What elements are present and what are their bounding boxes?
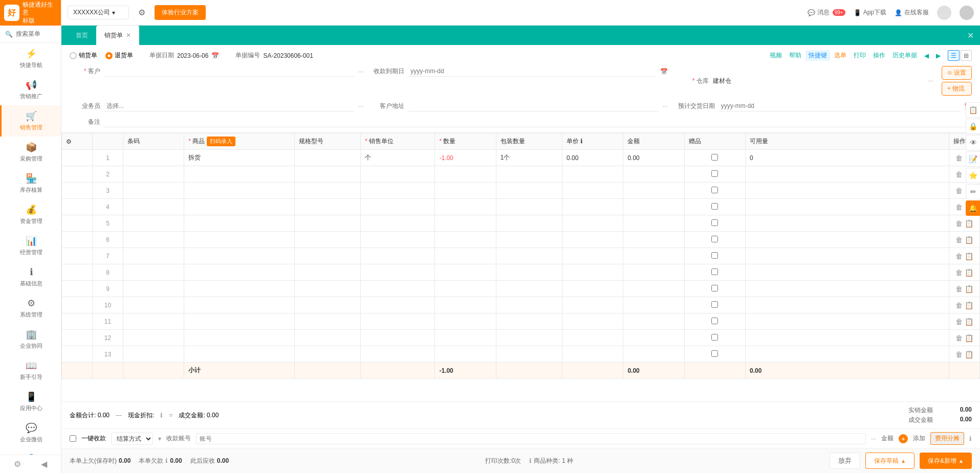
- row-qty[interactable]: [435, 297, 496, 313]
- row-product[interactable]: [184, 313, 295, 330]
- row-price[interactable]: [562, 346, 623, 363]
- row-barcode[interactable]: [123, 281, 184, 297]
- delete-btn[interactable]: 🗑: [955, 154, 963, 162]
- expected-date-input[interactable]: [719, 101, 960, 111]
- row-pkg-qty[interactable]: [496, 248, 562, 264]
- row-gift[interactable]: [684, 297, 745, 313]
- row-qty[interactable]: [435, 346, 496, 363]
- row-unit[interactable]: 个: [361, 150, 435, 166]
- row-amount[interactable]: [623, 199, 684, 215]
- remark-input[interactable]: [104, 117, 972, 127]
- row-barcode[interactable]: [123, 215, 184, 232]
- row-gift[interactable]: [684, 199, 745, 215]
- gift-checkbox[interactable]: [711, 334, 718, 341]
- row-barcode[interactable]: [123, 166, 184, 183]
- copy-btn[interactable]: 📋: [965, 236, 973, 244]
- row-price[interactable]: [562, 264, 623, 281]
- row-gift[interactable]: [684, 150, 745, 166]
- row-spec[interactable]: [294, 330, 360, 346]
- payment-calendar-icon[interactable]: 📅: [660, 68, 668, 75]
- row-product[interactable]: [184, 330, 295, 346]
- row-barcode[interactable]: [123, 264, 184, 281]
- float-btn-7[interactable]: 🔔: [966, 200, 980, 216]
- tab-home[interactable]: 首页: [68, 26, 96, 45]
- gift-checkbox[interactable]: [711, 203, 718, 210]
- row-price[interactable]: 0.00: [562, 150, 623, 166]
- address-input[interactable]: [408, 101, 658, 111]
- delete-btn[interactable]: 🗑: [955, 318, 963, 326]
- row-pkg-qty[interactable]: [496, 232, 562, 248]
- row-product[interactable]: [184, 215, 295, 232]
- row-product[interactable]: [184, 346, 295, 363]
- row-gift[interactable]: [684, 264, 745, 281]
- account-input[interactable]: [196, 433, 866, 444]
- settings-bottom-icon[interactable]: ⚙: [14, 459, 21, 469]
- row-gift[interactable]: [684, 330, 745, 346]
- row-barcode[interactable]: [123, 248, 184, 264]
- online-service-item[interactable]: 👤 在线客服: [895, 8, 929, 17]
- copy-btn[interactable]: 📋: [965, 350, 973, 358]
- delete-btn[interactable]: 🗑: [955, 268, 963, 277]
- operation-btn[interactable]: 操作: [870, 50, 888, 61]
- row-barcode[interactable]: [123, 199, 184, 215]
- tab-close-icon[interactable]: ✕: [126, 32, 131, 39]
- sidebar-item-quick-nav[interactable]: ⚡ 快捷导航: [0, 43, 61, 74]
- copy-btn[interactable]: 📋: [965, 268, 973, 277]
- row-price[interactable]: [562, 215, 623, 232]
- row-gift[interactable]: [684, 166, 745, 183]
- delete-btn[interactable]: 🗑: [955, 334, 963, 342]
- next-btn[interactable]: ▶: [933, 50, 944, 61]
- float-btn-1[interactable]: 📋: [966, 102, 980, 118]
- address-dots[interactable]: ···: [663, 103, 668, 110]
- row-pkg-qty[interactable]: [496, 313, 562, 330]
- gift-checkbox[interactable]: [711, 301, 718, 308]
- customer-dots[interactable]: ···: [358, 68, 363, 75]
- trial-button[interactable]: 体验行业方案: [155, 5, 206, 20]
- row-amount[interactable]: [623, 281, 684, 297]
- row-barcode[interactable]: [123, 313, 184, 330]
- add-payment-btn[interactable]: +: [899, 434, 908, 443]
- sidebar-item-basic[interactable]: ℹ 基础信息: [0, 261, 61, 292]
- delete-btn[interactable]: 🗑: [955, 301, 963, 309]
- delete-btn[interactable]: 🗑: [955, 219, 963, 228]
- row-gift[interactable]: [684, 281, 745, 297]
- row-amount[interactable]: [623, 297, 684, 313]
- row-qty[interactable]: [435, 166, 496, 183]
- gift-checkbox[interactable]: [711, 219, 718, 226]
- sidebar-item-guide[interactable]: 📖 新手引导: [0, 355, 61, 386]
- row-qty[interactable]: [435, 264, 496, 281]
- delete-btn[interactable]: 🗑: [955, 350, 963, 358]
- row-pkg-qty[interactable]: [496, 346, 562, 363]
- gift-checkbox[interactable]: [711, 252, 718, 259]
- row-qty[interactable]: [435, 199, 496, 215]
- row-spec[interactable]: [294, 215, 360, 232]
- row-pkg-qty[interactable]: [496, 297, 562, 313]
- expense-split-btn[interactable]: 费用分摊: [930, 432, 964, 445]
- row-spec[interactable]: [294, 297, 360, 313]
- table-settings-col[interactable]: ⚙: [62, 133, 93, 150]
- row-product[interactable]: [184, 297, 295, 313]
- grid-view-btn[interactable]: ⊞: [961, 50, 972, 61]
- row-spec[interactable]: [294, 232, 360, 248]
- radio-sales[interactable]: 销货单: [70, 51, 97, 60]
- row-amount[interactable]: 0.00: [623, 150, 684, 166]
- one-key-checkbox[interactable]: [70, 435, 76, 442]
- row-pkg-qty[interactable]: [496, 215, 562, 232]
- choose-btn[interactable]: 选单: [831, 50, 850, 61]
- sidebar-item-warehouse[interactable]: 🏪 库存核算: [0, 168, 61, 199]
- row-amount[interactable]: [623, 166, 684, 183]
- row-spec[interactable]: [294, 264, 360, 281]
- sidebar-item-appstore[interactable]: 📱 应用中心: [0, 386, 61, 417]
- row-pkg-qty[interactable]: [496, 281, 562, 297]
- row-unit[interactable]: [361, 183, 435, 199]
- row-amount[interactable]: [623, 215, 684, 232]
- row-qty[interactable]: [435, 248, 496, 264]
- gift-checkbox[interactable]: [711, 268, 718, 275]
- shortcut-btn[interactable]: 快捷键: [805, 50, 830, 61]
- delete-btn[interactable]: 🗑: [955, 285, 963, 293]
- row-barcode[interactable]: [123, 330, 184, 346]
- gift-checkbox[interactable]: [711, 154, 718, 161]
- row-product[interactable]: [184, 183, 295, 199]
- settlement-method-select[interactable]: 结算方式: [111, 433, 153, 445]
- row-spec[interactable]: [294, 346, 360, 363]
